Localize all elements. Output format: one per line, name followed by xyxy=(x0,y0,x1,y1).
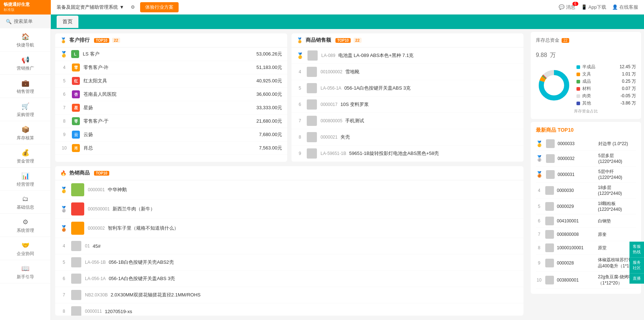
message-button[interactable]: 💬 消息 6 xyxy=(559,4,575,11)
hot-products-list: 🥇 0000001 中华神鹅 🥈 000500001 xyxy=(55,180,523,316)
list-item: 🥉 0000031 5层中纤 (1220*2440) xyxy=(536,167,636,182)
message-badge: 6 xyxy=(572,2,578,6)
product-code: LA-056-1A xyxy=(321,86,341,91)
sidebar-item-operations[interactable]: 📊 经营管理 xyxy=(0,168,50,191)
list-item: 5 0000029 18颗粒板 (1220*2440) xyxy=(536,198,636,214)
product-image xyxy=(71,183,84,196)
avatar: 肖 xyxy=(72,144,80,152)
hot-products-title: 🔥 热销商品 TOP10 xyxy=(60,170,109,176)
product-image xyxy=(545,259,554,267)
inventory-amount-value: 9.88 xyxy=(536,52,547,58)
dropdown-icon: ▼ xyxy=(119,4,124,10)
avatar: 零 xyxy=(72,117,80,125)
sidebar-item-sales[interactable]: 💼 销售管理 xyxy=(0,75,50,98)
customer-service-btn[interactable]: 客服热线 xyxy=(629,242,644,258)
sidebar-item-purchase[interactable]: 🛒 采购管理 xyxy=(0,98,50,121)
product-image xyxy=(71,257,81,267)
medal-gold: 🥇 xyxy=(297,52,304,59)
product-name: 中华神鹅 xyxy=(108,186,127,193)
sidebar-item-system[interactable]: ⚙ 系统管理 xyxy=(0,214,50,237)
table-row: 7 星 星扬 33,333.00元 xyxy=(55,101,287,115)
medal: 🥇 xyxy=(536,140,543,147)
sidebar-item-guide[interactable]: 📖 新手引导 xyxy=(0,260,50,283)
nav-home[interactable]: 首页 xyxy=(57,16,78,28)
product-image xyxy=(545,202,554,211)
product-sales-label: 商品销售额 xyxy=(306,37,331,44)
trial-button[interactable]: 体验行业方案 xyxy=(140,2,179,12)
sidebar-item-quick-nav[interactable]: 🏠 快捷导航 xyxy=(0,28,50,52)
table-row: 8 0000011 12070519-xs xyxy=(55,303,523,316)
sidebar-item-base[interactable]: 🗂 基础信息 xyxy=(0,191,50,214)
sidebar-item-inventory[interactable]: 📦 库存核算 xyxy=(0,121,50,144)
rank-num: 6 xyxy=(60,276,68,281)
customer-top10-badge: TOP10 xyxy=(94,38,109,43)
sidebar-item-collab[interactable]: 🤝 企业协同 xyxy=(0,237,50,260)
live-btn[interactable]: 直播 xyxy=(629,274,644,284)
sidebar-item-marketing[interactable]: 📢 营销推广 xyxy=(0,52,50,75)
main-body: 🏅 客户排行 TOP10 22 🥇 L LS 客户 xyxy=(51,29,644,320)
product-name: 5层多层 (1220*2440) xyxy=(598,153,636,164)
product-info: LA-056-1A 056-1A白色按键开关盖ABS 3克 xyxy=(321,85,411,91)
legend-item: 肉类 -0.05 万 xyxy=(576,93,636,99)
legend-label: 半成品 xyxy=(582,64,617,70)
product-image xyxy=(546,139,555,148)
rank-num: 5 xyxy=(60,78,68,83)
product-top10-badge: TOP10 xyxy=(335,38,351,43)
product-code: 0000021 xyxy=(321,135,338,140)
customer-name: 星扬 xyxy=(83,104,253,111)
rank-num: 4 xyxy=(60,65,68,70)
legend-dot xyxy=(576,87,580,91)
rank-num: 4 xyxy=(297,69,303,74)
legend-label: 材料 xyxy=(582,86,620,92)
legend-label: 文具 xyxy=(582,71,620,77)
legend-item: 文具 1.01 万 xyxy=(576,71,636,77)
sidebar-label-guide: 新手引导 xyxy=(17,274,34,280)
rank-num: 6 xyxy=(297,102,303,107)
fire-icon: 🔥 xyxy=(60,170,66,176)
list-item: 7 000800008 原奎 xyxy=(536,228,636,241)
medal: 🥇 xyxy=(60,186,68,193)
system-selector[interactable]: 装备及固定资产辅助管理系统 ▼ xyxy=(57,4,126,11)
guide-icon: 📖 xyxy=(21,264,29,272)
product-image xyxy=(307,50,318,61)
product-code: 0000002 xyxy=(88,226,105,231)
chart-area: 半成品 12.45 万 文具 1.01 万 成品 0 xyxy=(536,64,636,106)
rank-num: 9 xyxy=(536,260,542,266)
product-image xyxy=(545,276,554,284)
product-image xyxy=(545,217,554,225)
sidebar-search[interactable]: 🔍 搜索菜单 xyxy=(0,15,50,28)
product-info: 001000002 雪地靴 xyxy=(321,69,359,75)
medal-icon2: 🏅 xyxy=(297,37,303,43)
message-icon: 💬 xyxy=(559,4,564,10)
app-download-button[interactable]: 📱 App下载 xyxy=(581,4,606,11)
sidebar-label-system: 系统管理 xyxy=(17,227,34,234)
customer-ranking-panel: 🏅 客户排行 TOP10 22 🥇 L LS 客户 xyxy=(55,33,287,162)
rank-num: 5 xyxy=(536,204,542,209)
product-info: LA-59651-1B 59651-1B旋转投影灯电池盒ABS黑色+58壳 xyxy=(321,150,439,157)
rank-num: 8 xyxy=(297,135,303,140)
table-row: 5 红 红太阳文具 40,925.00元 xyxy=(55,74,287,88)
new-products-label: 最新商品 xyxy=(536,127,556,133)
sidebar-label-purchase: 采购管理 xyxy=(17,112,34,118)
finance-icon: 💰 xyxy=(21,149,29,157)
table-row: 7 000800005 手机测试 xyxy=(292,113,523,129)
customer-amount: 36,600.00元 xyxy=(256,91,282,98)
medal: 🥈 xyxy=(60,206,68,213)
avatar: 零 xyxy=(72,63,80,71)
sidebar-label-marketing: 营销推广 xyxy=(17,65,34,71)
rank-num: 8 xyxy=(60,309,68,314)
sidebar-item-finance[interactable]: 💰 资金管理 xyxy=(0,144,50,168)
product-info: 000800005 手机测试 xyxy=(321,118,364,124)
new-products-title: 最新商品 TOP10 xyxy=(536,127,636,134)
table-row: 6 LA-056-1A 056-1A白色按键开关盖ABS 3壳 xyxy=(55,271,523,287)
product-info: LA-056-1B 056-1B白色按键开关壳ABS2壳 xyxy=(85,259,174,266)
legend-item: 半成品 12.45 万 xyxy=(576,64,636,70)
legend-label: 其他 xyxy=(582,100,618,106)
list-item: 4 0000030 18多层 (1220*2440) xyxy=(536,182,636,198)
base-icon: 🗂 xyxy=(22,195,29,203)
gear-icon[interactable]: ⚙ xyxy=(129,3,137,12)
service-community-btn[interactable]: 服务社区 xyxy=(629,258,644,274)
service-button[interactable]: 👤 在线客服 xyxy=(612,4,638,11)
inventory-badge: 22 xyxy=(562,38,569,43)
product-name: 雪地靴 xyxy=(345,69,359,75)
